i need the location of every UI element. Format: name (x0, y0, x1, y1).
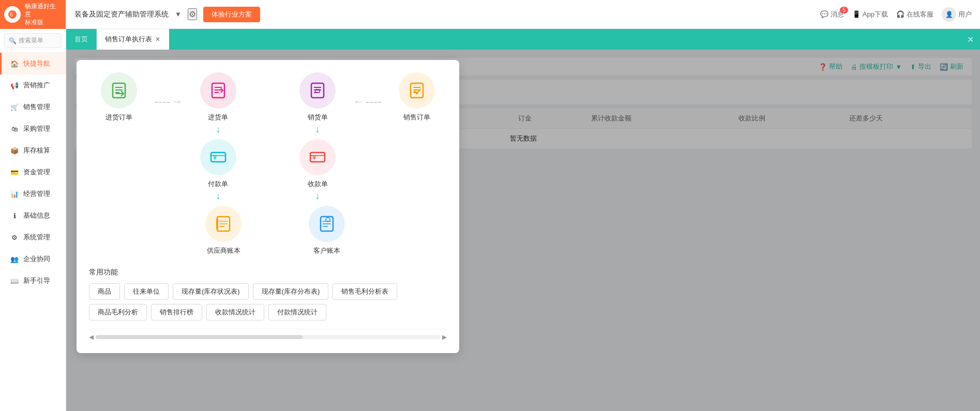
flow-item-sale-order[interactable]: 销售订单 (387, 72, 447, 122)
flow-item-receipt-bill[interactable]: ¥ 收款单 (288, 139, 347, 189)
message-badge: 5 (840, 7, 848, 13)
app-download-button[interactable]: 📱 App下载 (852, 10, 888, 19)
scroll-right-icon[interactable]: ▶ (442, 333, 447, 341)
sidebar-item-system[interactable]: ⚙ 系统管理 (0, 226, 66, 248)
sidebar-item-operation[interactable]: 📊 经营管理 (0, 183, 66, 205)
online-service-label: 在线客服 (907, 10, 933, 19)
quick-guide-popup: 进货订单 ----→ 进货单 (77, 60, 459, 353)
system-title: 装备及固定资产辅助管理系统 (74, 10, 169, 19)
sale-order-icon (399, 72, 435, 109)
team-icon: 👥 (10, 254, 19, 264)
experience-button[interactable]: 体验行业方案 (203, 7, 260, 22)
scrollbar-thumb[interactable] (96, 335, 303, 339)
bag-icon: 🛍 (10, 124, 19, 133)
scrollbar-track (96, 335, 440, 339)
purchase-bill-label: 进货单 (208, 113, 228, 122)
logo-text: 畅康通好生意 标准版 (25, 3, 62, 27)
flow-section: 进货订单 ----→ 进货单 (89, 72, 447, 255)
sidebar-item-label: 营销推广 (23, 81, 50, 90)
common-btn-sales-rank[interactable]: 销售排行榜 (151, 304, 202, 321)
user-button[interactable]: 👤 用户 (942, 7, 972, 22)
tab-close-icon[interactable]: ✕ (155, 36, 160, 43)
receipt-bill-icon: ¥ (299, 139, 336, 175)
popup-scrollbar: ◀ ▶ (89, 329, 447, 341)
settings-icon: ⚙ (10, 233, 19, 242)
sidebar-item-guide[interactable]: 📖 新手引导 (0, 270, 66, 292)
common-btn-stock-status[interactable]: 现存量(库存状况表) (173, 283, 249, 300)
common-btn-stock-dist[interactable]: 现存量(库存分布表) (253, 283, 329, 300)
tab-home[interactable]: 首页 (66, 29, 97, 50)
message-icon: 💬 (820, 10, 828, 18)
flow-item-purchase-bill[interactable]: 进货单 (188, 72, 248, 122)
download-icon: 📱 (852, 10, 861, 18)
sidebar-item-finance[interactable]: 💳 资金管理 (0, 161, 66, 183)
sidebar-item-label: 资金管理 (23, 168, 50, 177)
purchase-order-label: 进货订单 (105, 113, 132, 122)
scroll-left-icon[interactable]: ◀ (89, 333, 94, 341)
wallet-icon: 💳 (10, 168, 19, 177)
home-icon: 🏠 (10, 59, 19, 68)
search-menu-button[interactable]: 🔍 搜索菜单 (4, 33, 62, 48)
sidebar-item-label: 快捷导航 (23, 59, 50, 68)
sale-bill-label: 销货单 (308, 113, 328, 122)
tab-sales-exec[interactable]: 销售订单执行表 ✕ (97, 29, 169, 50)
sidebar-item-enterprise[interactable]: 👥 企业协同 (0, 248, 66, 270)
common-btn-sales-profit[interactable]: 销售毛利分析表 (333, 283, 397, 300)
sidebar: 6 畅康通好生意 标准版 🔍 搜索菜单 🏠 快捷导航 📢 营销推广 � (0, 0, 66, 411)
supplier-ledger-label: 供应商账本 (207, 246, 240, 255)
common-section: 常用功能 商品 往来单位 现存量(库存状况表) 现存量(库存分布表) 销售毛利分… (89, 268, 447, 321)
sidebar-item-purchase[interactable]: 🛍 采购管理 (0, 118, 66, 140)
system-dropdown[interactable]: ▼ (175, 10, 182, 18)
info-icon: ℹ (10, 211, 19, 220)
sale-bill-icon (299, 72, 336, 109)
common-btn-product-profit[interactable]: 商品毛利分析 (89, 304, 147, 321)
common-btn-product[interactable]: 商品 (89, 283, 120, 300)
common-btn-counterpart[interactable]: 往来单位 (124, 283, 169, 300)
guide-icon: 📖 (10, 276, 19, 285)
logo-icon: 6 (4, 6, 21, 23)
user-label: 用户 (958, 10, 972, 19)
sidebar-item-label: 销售管理 (23, 102, 50, 112)
message-button[interactable]: 💬 消息 5 (820, 10, 844, 19)
common-buttons-container: 商品 往来单位 现存量(库存状况表) 现存量(库存分布表) 销售毛利分析表 商品… (89, 283, 447, 321)
sidebar-item-marketing[interactable]: 📢 营销推广 (0, 74, 66, 96)
chart-icon: 📊 (10, 189, 19, 199)
svg-rect-30 (216, 219, 218, 229)
flow-item-customer-ledger[interactable]: 客户账本 (296, 206, 358, 255)
sidebar-item-label: 经营管理 (23, 189, 50, 199)
megaphone-icon: 📢 (10, 81, 19, 90)
main-area: 装备及固定资产辅助管理系统 ▼ ⚙ 体验行业方案 💬 消息 5 📱 App下载 … (66, 0, 980, 411)
receipt-bill-label: 收款单 (308, 179, 328, 189)
customer-ledger-icon (309, 206, 345, 242)
flow-item-purchase-order[interactable]: 进货订单 (89, 72, 148, 122)
content-area: ❓ 帮助 🖨 按模板打印 ▼ ⬆ 导出 🔄 刷新 (66, 50, 980, 411)
sidebar-item-label: 采购管理 (23, 124, 50, 133)
app-download-label: App下载 (863, 10, 888, 19)
app-logo: 6 畅康通好生意 标准版 (0, 0, 66, 29)
sidebar-search-area: 🔍 搜索菜单 (0, 29, 66, 53)
flow-item-supplier-ledger[interactable]: 供应商账本 (192, 206, 254, 255)
flow-item-payment-bill[interactable]: ¥ 付款单 (188, 139, 248, 189)
sidebar-item-basic-info[interactable]: ℹ 基础信息 (0, 205, 66, 226)
common-btn-payment-stats[interactable]: 付款情况统计 (268, 304, 326, 321)
popup-overlay: 进货订单 ----→ 进货单 (66, 50, 980, 411)
sidebar-item-sales[interactable]: 🛒 销售管理 (0, 96, 66, 118)
common-btn-receipt-stats[interactable]: 收款情况统计 (206, 304, 264, 321)
service-icon: 🎧 (896, 10, 904, 18)
online-service-button[interactable]: 🎧 在线客服 (896, 10, 933, 19)
purchase-order-icon (101, 72, 137, 109)
sidebar-item-quick-nav[interactable]: 🏠 快捷导航 (0, 53, 66, 74)
supplier-ledger-icon (205, 206, 242, 242)
flow-item-sale-bill[interactable]: 销货单 (288, 72, 347, 122)
sidebar-item-inventory[interactable]: 📦 库存核算 (0, 140, 66, 161)
sidebar-item-label: 系统管理 (23, 233, 50, 242)
common-section-title: 常用功能 (89, 268, 447, 277)
settings-button[interactable]: ⚙ (188, 8, 197, 20)
tab-close-all[interactable]: ✕ (961, 35, 980, 44)
search-menu-label: 搜索菜单 (19, 36, 43, 45)
sidebar-item-label: 基础信息 (23, 211, 50, 220)
avatar: 👤 (942, 7, 956, 22)
search-icon: 🔍 (9, 37, 17, 44)
purchase-bill-icon (200, 72, 236, 109)
payment-bill-label: 付款单 (208, 179, 228, 189)
